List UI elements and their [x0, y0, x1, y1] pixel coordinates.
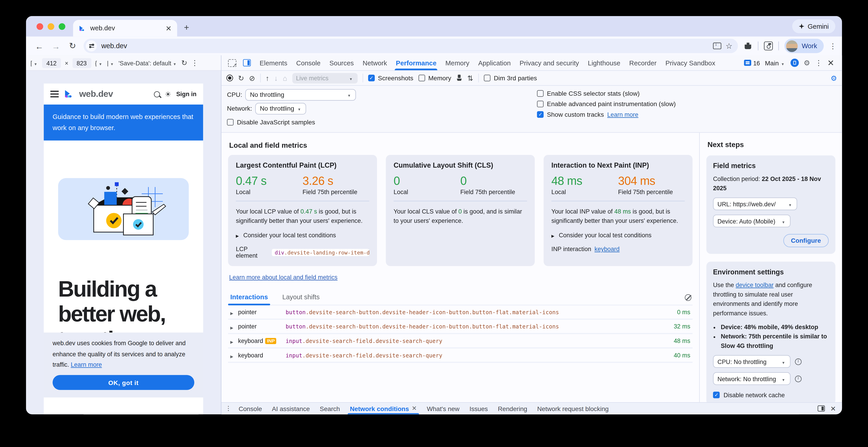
- cookie-learn-more-link[interactable]: Learn more: [71, 361, 102, 368]
- record-icon[interactable]: [226, 75, 233, 81]
- throttling-select[interactable]: |: [107, 60, 115, 66]
- close-drawer-tab-icon[interactable]: ✕: [412, 405, 417, 412]
- tab-application[interactable]: Application: [474, 56, 515, 70]
- context-select[interactable]: Main: [765, 60, 785, 66]
- device-connection-icon[interactable]: [790, 59, 799, 67]
- cookie-ok-button[interactable]: OK, got it: [53, 375, 194, 390]
- row-expand-icon[interactable]: [230, 336, 238, 346]
- drawer-tab-issues[interactable]: Issues: [465, 403, 493, 414]
- drawer-tab-rendering[interactable]: Rendering: [493, 403, 532, 414]
- site-settings-icon[interactable]: [86, 40, 97, 51]
- device-toolbar-link[interactable]: device toolbar: [736, 282, 774, 288]
- close-window-button[interactable]: [36, 23, 43, 29]
- new-tab-button[interactable]: +: [179, 20, 194, 35]
- network-throttling-select[interactable]: No throttling: [255, 103, 306, 114]
- bookmark-star-icon[interactable]: ☆: [725, 41, 733, 50]
- table-row[interactable]: keyboard input.devsite-search-field.devs…: [228, 348, 692, 363]
- css-selector-stats-checkbox[interactable]: [537, 90, 544, 97]
- device-select[interactable]: [: [30, 60, 38, 66]
- minimize-window-button[interactable]: [48, 23, 54, 29]
- memory-option[interactable]: Memory: [418, 75, 452, 81]
- url-text[interactable]: web.dev: [101, 42, 708, 50]
- browser-tab[interactable]: web.dev ✕: [73, 20, 177, 36]
- install-app-icon[interactable]: [713, 42, 721, 49]
- env-cpu-select[interactable]: CPU: No throttling: [713, 355, 790, 368]
- paint-instrumentation-checkbox[interactable]: [537, 101, 544, 107]
- tab-privacy-sandbox[interactable]: Privacy Sandbox: [661, 56, 720, 70]
- css-selector-stats-row[interactable]: Enable CSS selector stats (slow): [537, 90, 837, 97]
- table-row[interactable]: keyboardINP input.devsite-search-field.d…: [228, 334, 692, 349]
- drawer-tab-whats-new[interactable]: What's new: [422, 403, 464, 414]
- drawer-tab-ai-assistance[interactable]: AI assistance: [267, 403, 315, 414]
- tab-performance[interactable]: Performance: [392, 56, 441, 70]
- dim-3rd-parties-option[interactable]: Dim 3rd parties: [484, 75, 537, 81]
- gemini-button[interactable]: Gemini: [792, 20, 835, 33]
- drawer-tab-search[interactable]: Search: [315, 403, 345, 414]
- zoom-select[interactable]: {: [95, 60, 103, 66]
- load-profile-icon[interactable]: ↑: [266, 74, 269, 82]
- screenshots-option[interactable]: Screenshots: [368, 75, 413, 81]
- disable-cache-row[interactable]: Disable network cache: [713, 392, 829, 399]
- table-row[interactable]: pointer button.devsite-search-button.dev…: [228, 320, 692, 334]
- drawer-tab-network-request-blocking[interactable]: Network request blocking: [532, 403, 614, 414]
- devtools-settings-gear-icon[interactable]: ⚙: [804, 59, 810, 67]
- maximize-window-button[interactable]: [59, 23, 65, 29]
- tab-elements[interactable]: Elements: [255, 56, 291, 70]
- toggle-sidebar-icon[interactable]: [817, 405, 825, 411]
- save-data-select[interactable]: 'Save-Data': default: [118, 60, 177, 66]
- cpu-throttling-select[interactable]: No throttling: [245, 89, 356, 100]
- profile-button[interactable]: Work: [784, 39, 824, 53]
- garbage-collect-icon[interactable]: [456, 75, 462, 81]
- close-tab-icon[interactable]: ✕: [165, 24, 172, 32]
- dim-3rd-parties-checkbox[interactable]: [484, 75, 490, 81]
- history-select[interactable]: Live metrics: [292, 73, 358, 83]
- save-profile-icon[interactable]: ↓: [274, 74, 278, 82]
- table-row[interactable]: pointer button.devsite-search-button.dev…: [228, 305, 692, 320]
- info-icon[interactable]: [795, 376, 801, 382]
- row-expand-icon[interactable]: [230, 307, 238, 317]
- custom-tracks-checkbox[interactable]: [537, 111, 544, 117]
- field-device-select[interactable]: Device: Auto (Mobile): [713, 215, 790, 227]
- disable-js-samples-row[interactable]: Disable JavaScript samples: [227, 117, 537, 128]
- tab-sources[interactable]: Sources: [325, 56, 358, 70]
- address-bar[interactable]: web.dev ☆: [84, 39, 738, 53]
- configure-button[interactable]: Configure: [783, 234, 829, 247]
- theme-toggle-icon[interactable]: ☀: [165, 90, 172, 98]
- toggle-device-toolbar-icon[interactable]: [243, 59, 251, 67]
- tab-lighthouse[interactable]: Lighthouse: [583, 56, 625, 70]
- screenshots-checkbox[interactable]: [368, 75, 374, 81]
- row-expand-icon[interactable]: [230, 350, 238, 360]
- env-network-select[interactable]: Network: No throttling: [713, 373, 790, 385]
- device-height-input[interactable]: 823: [72, 58, 91, 68]
- live-metrics-home-icon[interactable]: ⌂: [283, 74, 287, 82]
- clear-log-icon[interactable]: [685, 294, 691, 301]
- hamburger-menu-icon[interactable]: [51, 91, 59, 97]
- rotate-device-icon[interactable]: ↻: [181, 59, 187, 67]
- tab-console[interactable]: Console: [292, 56, 325, 70]
- console-messages-icon[interactable]: [744, 60, 751, 66]
- devtools-menu-icon[interactable]: ⋮: [815, 59, 822, 67]
- memory-checkbox[interactable]: [418, 75, 425, 81]
- browser-menu-icon[interactable]: ⋮: [829, 42, 837, 50]
- row-expand-icon[interactable]: [230, 321, 238, 332]
- drawer-menu-icon[interactable]: ⋮: [225, 405, 231, 412]
- close-drawer-icon[interactable]: ✕: [830, 405, 836, 412]
- inp-interaction-link[interactable]: keyboard: [594, 246, 620, 252]
- forward-button[interactable]: →: [51, 41, 62, 51]
- capture-settings-gear-icon[interactable]: ⚙: [831, 74, 837, 82]
- search-icon[interactable]: [154, 91, 160, 97]
- reload-button[interactable]: ↻: [67, 41, 78, 51]
- paint-instrumentation-row[interactable]: Enable advanced paint instrumentation (s…: [537, 101, 837, 107]
- drawer-tab-network-conditions[interactable]: Network conditions✕: [345, 403, 422, 414]
- custom-tracks-row[interactable]: Show custom tracks Learn more: [537, 111, 837, 117]
- tab-network[interactable]: Network: [358, 56, 392, 70]
- device-width-input[interactable]: 412: [42, 58, 61, 68]
- extensions-icon[interactable]: [743, 41, 752, 50]
- tab-recorder[interactable]: Recorder: [625, 56, 661, 70]
- close-devtools-icon[interactable]: ✕: [827, 58, 834, 68]
- tab-layout-shifts[interactable]: Layout shifts: [281, 293, 321, 305]
- tab-memory[interactable]: Memory: [441, 56, 474, 70]
- sign-in-button[interactable]: Sign in: [176, 91, 196, 97]
- tab-search-icon[interactable]: [764, 41, 773, 50]
- metrics-learn-more-link[interactable]: Learn more about local and field metrics: [229, 274, 337, 280]
